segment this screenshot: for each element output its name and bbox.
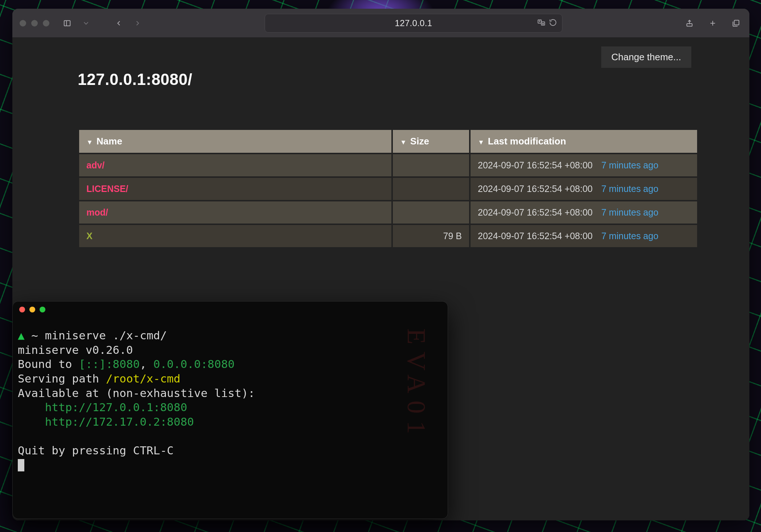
new-tab-icon[interactable] <box>707 17 719 29</box>
window-controls[interactable] <box>20 20 49 26</box>
file-link[interactable]: X <box>86 231 93 241</box>
zoom-dot[interactable] <box>40 307 45 312</box>
url-text: 127.0.0.1 <box>395 18 432 28</box>
terminal-body[interactable]: EVA01 ▲ ~ miniserve ./x-cmd/ miniserve v… <box>13 318 448 519</box>
back-icon[interactable] <box>113 17 125 29</box>
reload-icon[interactable] <box>549 19 557 28</box>
table-row: adv/ 2024-09-07 16:52:54 +08:007 minutes… <box>79 154 697 176</box>
table-row: mod/ 2024-09-07 16:52:54 +08:007 minutes… <box>79 201 697 224</box>
dir-link[interactable]: adv/ <box>86 160 105 170</box>
terminal-cursor <box>18 459 24 471</box>
sidebar-toggle-icon[interactable] <box>61 17 73 29</box>
minimize-dot[interactable] <box>29 307 35 312</box>
translate-icon[interactable] <box>537 19 545 28</box>
col-size-header[interactable]: ▼Size <box>393 130 469 153</box>
browser-toolbar: 127.0.0.1 <box>12 9 749 38</box>
terminal-titlebar[interactable] <box>13 302 448 318</box>
table-row: X 79 B 2024-09-07 16:52:54 +08:007 minut… <box>79 225 697 247</box>
dir-link[interactable]: LICENSE/ <box>86 184 128 194</box>
col-modified-header[interactable]: ▼Last modification <box>471 130 697 153</box>
modified-cell: 2024-09-07 16:52:54 +08:007 minutes ago <box>471 154 697 176</box>
modified-cell: 2024-09-07 16:52:54 +08:007 minutes ago <box>471 225 697 247</box>
page-title: 127.0.0.1:8080/ <box>78 70 684 89</box>
close-dot[interactable] <box>20 20 26 26</box>
modified-cell: 2024-09-07 16:52:54 +08:007 minutes ago <box>471 178 697 200</box>
tabs-icon[interactable] <box>730 17 742 29</box>
svg-rect-0 <box>64 20 70 26</box>
forward-icon[interactable] <box>131 17 144 29</box>
size-cell: 79 B <box>393 225 469 247</box>
chevron-down-icon[interactable] <box>80 17 92 29</box>
change-theme-button[interactable]: Change theme... <box>601 46 691 68</box>
svg-rect-7 <box>734 20 739 25</box>
table-row: LICENSE/ 2024-09-07 16:52:54 +08:007 min… <box>79 178 697 200</box>
size-cell <box>393 178 469 200</box>
zoom-dot[interactable] <box>43 20 49 26</box>
minimize-dot[interactable] <box>31 20 38 26</box>
terminal-window[interactable]: EVA01 ▲ ~ miniserve ./x-cmd/ miniserve v… <box>12 301 448 519</box>
modified-cell: 2024-09-07 16:52:54 +08:007 minutes ago <box>471 201 697 224</box>
file-listing-table: ▼Name ▼Size ▼Last modification adv/ 2024… <box>78 128 699 249</box>
size-cell <box>393 201 469 224</box>
share-icon[interactable] <box>683 17 696 29</box>
close-dot[interactable] <box>19 307 25 312</box>
size-cell <box>393 154 469 176</box>
url-bar[interactable]: 127.0.0.1 <box>265 14 562 33</box>
dir-link[interactable]: mod/ <box>86 207 108 217</box>
col-name-header[interactable]: ▼Name <box>79 130 391 153</box>
terminal-output: ▲ ~ miniserve ./x-cmd/ miniserve v0.26.0… <box>18 328 443 472</box>
